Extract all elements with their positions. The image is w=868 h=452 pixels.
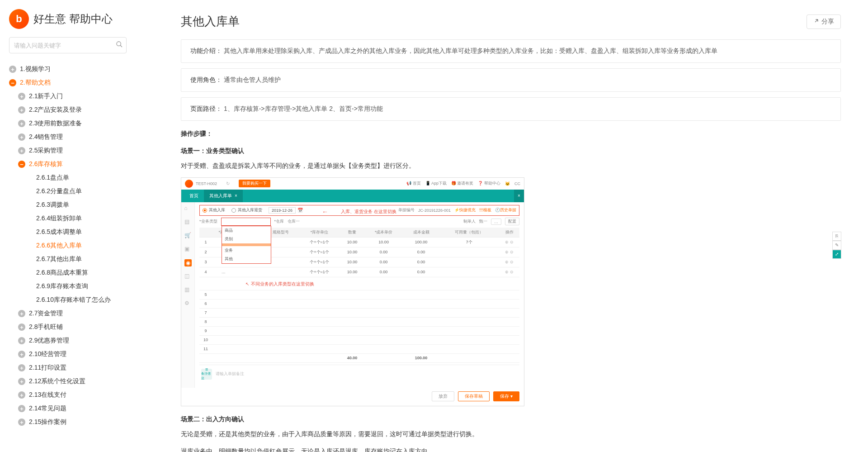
sc-dd-item: 其他 [222,255,271,263]
nav-2-6-3[interactable]: 2.6.3调拨单 [9,198,127,212]
nav-2-6-4[interactable]: 2.6.4组装拆卸单 [9,212,127,225]
nav-2-8[interactable]: +2.8手机旺铺 [9,320,127,334]
plus-icon: + [18,324,25,331]
chart-icon: ▥ [184,286,192,294]
nav-2-4[interactable]: +2.4销售管理 [9,130,127,144]
main-content: 其他入库单 分享 功能介绍： 其他入库单用来处理除采购入库、产成品入库之外的其他… [136,0,868,452]
home-icon: ⌂ [184,205,192,212]
sc-account: TEST-H002 [196,181,217,186]
table-row: 11 [199,344,519,353]
nav-2-6-6[interactable]: 2.6.6其他入库单 [9,239,127,252]
nav-2-12[interactable]: +2.12系统个性化设置 [9,375,127,388]
sc-discard-button: 放弃 [432,391,454,401]
sc-right-tools: ⎘ ✎ ⤢ [832,232,841,259]
plus-icon: + [18,364,25,371]
nav-2-6-10[interactable]: 2.6.10库存账本错了怎么办 [9,293,127,307]
steps-heading: 操作步骤： [181,130,841,138]
scene1-text: 对于受赠、盘盈或是拆装入库等不同的业务，是通过单据头【业务类型】进行区分。 [181,160,841,172]
plus-icon: + [18,120,25,127]
nav-tree: +1.视频学习 −2.帮助文档 +2.1新手入门 +2.2产品安装及登录 +2.… [9,62,127,429]
sc-tab-home: 首页 [184,190,204,202]
search-box [9,37,127,53]
plus-icon: + [18,337,25,344]
path-label: 页面路径： [190,105,222,112]
nav-2-6[interactable]: −2.6库存核算 [9,157,127,171]
plus-icon: + [18,310,25,317]
sc-th: 数量 [340,228,364,238]
nav-2-7[interactable]: +2.7资金管理 [9,307,127,320]
nav-2-13[interactable]: +2.13在线支付 [9,388,127,402]
path-text: 1、库存核算->库存管理->其他入库单 2、首页->常用功能 [224,105,383,112]
page-title: 其他入库单 [181,14,240,29]
nav-docs[interactable]: −2.帮助文档 [9,76,127,90]
sc-buy-button: 我要购买一下 [239,180,270,187]
nav-2-11[interactable]: +2.11打印设置 [9,361,127,375]
nav-2-6-1[interactable]: 2.6.1盘点单 [9,171,127,185]
gear-icon: ⚙ [184,300,192,307]
tool-icon: ⎘ [832,232,841,241]
minus-icon: − [9,79,16,86]
sc-th: *成本单价 [364,228,403,238]
plus-icon: + [18,93,25,100]
table-row: 9 [199,326,519,335]
cart-icon: 🛒 [184,232,192,239]
nav-2-6-5[interactable]: 2.6.5成本调整单 [9,225,127,239]
plus-icon: + [18,378,25,385]
scene2-title: 场景二：出入方向确认 [181,415,841,423]
sc-dd-item: 业务 [222,246,271,255]
table-row: 4…个+个=1个10.000.000.00⊕ ⊖ [199,267,519,277]
tool-icon: ⤢ [832,250,841,259]
nav-2-15[interactable]: +2.15操作案例 [9,415,127,429]
nav-2-6-9[interactable]: 2.6.9库存账本查询 [9,280,127,293]
sc-top-link: 📱 App下载 [425,181,447,186]
nav-2-10[interactable]: +2.10经营管理 [9,347,127,361]
sc-type-row: 其他入库 其他入库退货 2019-12-26 📅 入库、退货业务 在这里切换 单… [199,205,519,216]
sc-panel-close-icon: × [514,190,524,202]
intro-text: 其他入库单用来处理除采购入库、产成品入库之外的其他入库业务，因此其他入库单可处理… [224,47,717,54]
nav-2-6-7[interactable]: 2.6.7其他出库单 [9,252,127,266]
sc-left-rail: ⌂ ▤ 🛒 ▣ ◉ ◫ ▥ ⚙ [181,202,195,388]
sc-annotation-2: 不同业务的入库类型在这里切换 [245,281,519,287]
plus-icon: + [18,147,25,154]
sc-docno-label: 单据编号 [398,207,415,213]
nav-2-9[interactable]: +2.9优惠券管理 [9,334,127,347]
nav-2-3[interactable]: +2.3使用前数据准备 [9,117,127,130]
search-input[interactable] [9,37,127,53]
table-row: 7 [199,308,519,317]
nav-video[interactable]: +1.视频学习 [9,62,127,76]
sc-biz-select: 商品 类别 业务 其他 [221,218,271,226]
nav-2-1[interactable]: +2.1新手入门 [9,90,127,103]
sc-docno: JC-20191226-001 [418,208,451,213]
sc-sum-amt: 100.00 [403,353,439,362]
logo-area: b 好生意 帮助中心 [9,9,127,29]
role-box: 使用角色： 通常由仓管人员维护 [181,68,841,92]
nav-2-6-8[interactable]: 2.6.8商品成本重算 [9,266,127,280]
logo-icon: b [9,9,29,29]
nav-2-14[interactable]: +2.14常见问题 [9,402,127,415]
share-button[interactable]: 分享 [807,14,841,29]
sc-th: 成本金额 [403,228,439,238]
nav-2-2[interactable]: +2.2产品安装及登录 [9,103,127,117]
sc-dd-item: 类别 [222,235,271,243]
sc-biz-label: *业务类型 [199,219,217,224]
sc-logo-icon [185,180,193,188]
sc-top-link: CC [514,181,520,186]
sc-annotation-1: 入库、退货业务 在这里切换 [322,208,396,215]
search-icon[interactable] [116,41,123,50]
nav-2-6-2[interactable]: 2.6.2分量盘点单 [9,185,127,198]
scene2-text2: 退库业务中，明细数量均以负值红色展示。无论是入库还是退库，库存账均记在入库方向。 [181,445,841,452]
sc-save-button: 保存 ▾ [493,391,519,401]
close-icon: × [235,193,237,198]
refresh-icon: ↻ [226,181,230,186]
nav-2-5[interactable]: +2.5采购管理 [9,144,127,157]
sc-tabs: 首页 其他入库单× × [181,190,524,202]
sc-wh-val: 仓库一 [288,219,300,224]
sc-remark-input: 请输入单据备注 [216,371,518,377]
sc-avatar-icon: 🐱 [505,181,510,186]
sc-top-link: ❓ 帮助中心 [478,181,500,186]
table-row: 10 [199,335,519,344]
sc-sum-qty: 40.00 [340,353,364,362]
active-rail-icon: ◉ [184,259,192,266]
intro-label: 功能介绍： [190,47,222,54]
sc-link: ▤模板 [479,207,491,213]
